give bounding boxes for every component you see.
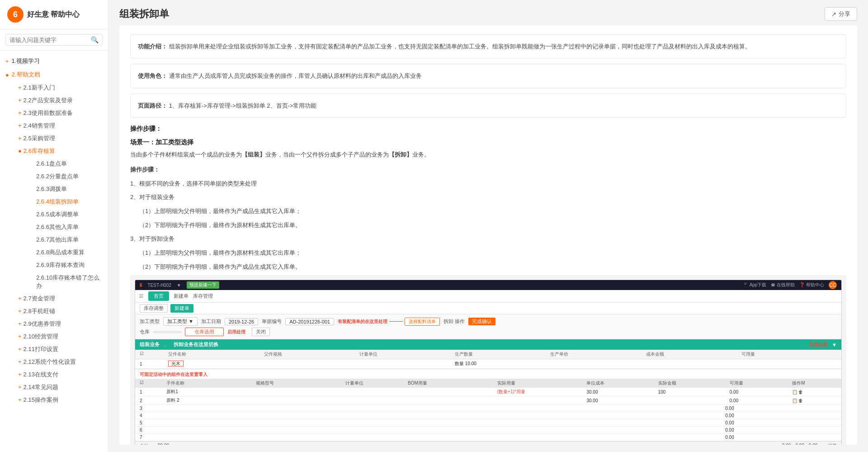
menu-tab-inventory[interactable]: 库存管理 [193,293,213,300]
share-icon: ↗ [831,11,836,18]
sidebar-toggle[interactable]: ≡ [139,291,144,301]
help-center: ❓ 帮助中心 [799,282,824,288]
warehouse-select[interactable] [153,331,181,333]
app-window: 6 TEST-H002 ▼ 预提新建一下 📱 App下载 ☎ 在线帮助 ❓ 帮助… [135,280,842,445]
sidebar-item-inventoryquery[interactable]: 2.6.9库存账本查询 [31,259,108,271]
sidebar-item-stocktake[interactable]: 2.6.1盘点单 [31,157,108,170]
main-content: 组装拆卸单 ↗ 分享 功能介绍： 组装拆卸单用来处理企业组装或拆卸等加工业务，支… [108,0,868,452]
select-bom-btn[interactable]: 选择配料清单 [405,318,440,326]
logo-icon: 6 [7,6,24,23]
tab-new[interactable]: 新建单 [170,304,193,313]
sub-col-unitcost: 单位成本 [586,380,658,386]
col-available: 可用量 [741,351,837,357]
search-location[interactable]: 仓库选用 [185,328,224,336]
sidebar-item-inbound[interactable]: 2.6.6其他入库单 [31,221,108,233]
sidebar-item-coupon[interactable]: +2.9优惠券管理 [13,318,108,330]
col-parent-spec: 父件规格 [264,351,359,357]
sub-row-5: 5 0.00 [135,419,841,427]
sidebar-item-docs[interactable]: ● 2.帮助文档 [0,68,108,81]
row-delete-icon[interactable]: 🗑 [798,390,803,395]
sidebar-item-splitstock[interactable]: 2.6.2分量盘点单 [31,170,108,183]
intro-text: 组装拆卸单用来处理企业组装或拆卸等加工业务，支持有固定装配清单的产品加工业务，也… [169,43,751,50]
sub-col-amount: 实际金额 [658,380,730,386]
content-area: 功能介绍： 组装拆卸单用来处理企业组装或拆卸等加工业务，支持有固定装配清单的产品… [119,25,857,445]
sidebar-item-payment[interactable]: +2.13在线支付 [13,368,108,381]
scene1-desc: 当由多个子件材料组装成一个成品的业务为【组装】业务，当由一个父件拆分成多个子产品… [130,149,846,161]
sidebar-item-print[interactable]: +2.11打印设置 [13,343,108,356]
sidebar-item-inventory[interactable]: ●2.6库存核算 [13,145,108,157]
sub-col-bom: BOM用量 [408,380,497,386]
app-menubar: ≡ 首页 新建单 库存管理 [135,290,841,303]
menu-tab-neworder[interactable]: 新建单 [174,293,189,300]
sub-row-7: 7 0.00 [135,434,841,441]
share-button[interactable]: ↗ 分享 [825,7,857,21]
sidebar-item-data[interactable]: +2.3使用前数据准备 [13,107,108,119]
annotation-bom: 有装配清单的在这里处理 [338,319,387,325]
step1: 1、根据不同的业务，选择不同单据的类型来处理 [130,178,846,190]
role-label: 使用角色： [138,72,167,79]
sidebar-item-new[interactable]: +2.1新手入门 [13,81,108,94]
date-input[interactable]: 2019-12-26 [225,318,258,325]
parent-item-input[interactable]: 光木 [168,361,184,366]
footer-label: 合计： [140,443,153,445]
sidebar-item-purchase[interactable]: +2.5采购管理 [13,132,108,145]
table-footer: 合计： 99.00 0.00 0.00 0.00 ▲ 展开 [135,441,841,445]
menu-tab-main[interactable]: 首页 [148,291,169,301]
lower-table: ☑ 子件名称 规格型号 计量单位 BOM用量 实际用量 单位成本 实际金额 可用… [135,379,841,441]
save-btn[interactable]: 完成确认 [468,318,495,325]
sidebar-item-mobile[interactable]: +2.8手机旺铺 [13,305,108,318]
search-icon[interactable]: 🔍 [91,36,99,43]
sidebar-item-cost[interactable]: 2.6.5成本调整单 [31,208,108,221]
footer-total: 99.00 [158,443,169,445]
dot-icon: ● [5,71,9,78]
search-box: 🔍 [5,34,103,46]
new-order-btn[interactable]: 预提新建一下 [187,281,219,289]
sidebar-item-sales[interactable]: +2.4销售管理 [13,119,108,132]
tab-inventory-adjust[interactable]: 库存调整 [140,304,168,313]
step2: 2、对于组装业务 [130,192,846,203]
sub-row-2: 2 原料 2 30.00 0.00 📋 🗑 [135,396,841,405]
footer-ops: ▲ 展开 [822,443,837,445]
no-input[interactable]: AD-20191226-001 [285,318,334,325]
path-text: 1、库存核算->库存管理->组装拆卸单 2、首页->常用功能 [169,102,317,109]
type-label: 加工类型 [140,318,160,325]
date-label: 加工日期 [201,318,221,325]
sidebar-item-assemble[interactable]: 2.6.4组装拆卸单 [31,195,108,208]
arrow1 [389,321,403,322]
step2-sub1: （1）上部明细为父件明细，最终作为产成品生成其它入库单； [139,206,846,217]
sidebar-item-inventoryerror[interactable]: 2.6.10库存账本错了怎么办 [31,271,108,292]
sidebar-item-install[interactable]: +2.2产品安装及登录 [13,94,108,107]
sidebar-item-faq[interactable]: +2.14常见问题 [13,381,108,394]
sidebar-item-adjust[interactable]: 2.6.3调拨单 [31,183,108,195]
page-title: 组装拆卸单 [119,7,169,21]
sidebar-item-outbound[interactable]: 2.6.7其他出库单 [31,233,108,246]
sidebar-item-finance[interactable]: +2.7资金管理 [13,292,108,305]
search-area: 🔍 [0,29,108,51]
separator: 、 [164,341,169,348]
sidebar-item-videos[interactable]: + 1.视频学习 [0,54,108,68]
step3-sub2: （2）下部明细为子件明细，最终作为产成品生成其它入库单。 [139,262,846,273]
sidebar-item-cases[interactable]: +2.15操作案例 [13,394,108,406]
row2-delete-icon[interactable]: 🗑 [798,398,803,403]
type-select[interactable]: 加工类型 ▼ [163,317,198,326]
row-copy-icon[interactable]: 📋 [792,390,797,395]
nav-sub-docs: +2.1新手入门 +2.2产品安装及登录 +2.3使用前数据准备 +2.4销售管… [0,81,108,406]
sub-row-4: 4 0.00 [135,412,841,419]
path-label: 页面路径： [138,102,167,109]
sub-row-6: 6 0.00 [135,427,841,434]
cancel-btn[interactable]: 关闭 [252,328,270,336]
step2-sub2: （2）下部明细为子件明细，最终作为原材料生成其它出库单。 [139,220,846,231]
app-logo-small: 6 [140,283,142,288]
row2-copy-icon[interactable]: 📋 [792,398,797,403]
collapse-icon[interactable]: ▼ [832,342,837,347]
sidebar-item-ops[interactable]: +2.10经营管理 [13,330,108,343]
sidebar-item-goodscost[interactable]: 2.6.8商品成本重算 [31,246,108,259]
intro-block: 功能介绍： 组装拆卸单用来处理企业组装或拆卸等加工业务，支持有固定装配清单的产品… [130,34,846,58]
col-check: ☑ [140,351,168,357]
steps-title: 操作步骤： [130,125,846,133]
upper-table: ☑ 父件名称 父件规格 计量单位 生产数量 生产单价 成本金额 可用量 1 光木 [135,350,841,369]
user-avatar: CC [829,281,837,289]
plus-icon: + [5,58,9,65]
sidebar-item-config[interactable]: +2.12系统个性化设置 [13,356,108,368]
search-input[interactable] [9,37,91,43]
